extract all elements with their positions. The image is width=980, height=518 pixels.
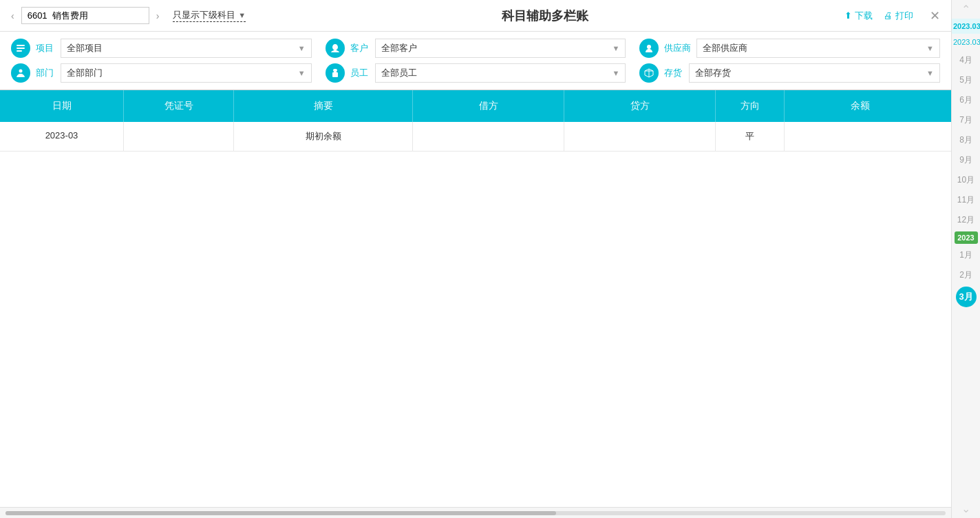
sidebar-month-2023-03-1[interactable]: 2023.03: [952, 19, 980, 34]
prev-arrow[interactable]: ‹: [11, 10, 14, 21]
sidebar-month-8[interactable]: 8月: [952, 130, 980, 150]
supplier-value: 全部供应商: [703, 42, 747, 54]
col-debit: 借方: [413, 90, 564, 122]
show-sub-toggle[interactable]: 只显示下级科目 ▼: [173, 9, 246, 22]
employee-select[interactable]: 全部员工 ▼: [375, 63, 626, 83]
department-select-arrow-icon: ▼: [298, 69, 306, 77]
ledger-table: 日期 凭证号 摘要 借方 贷方 方向 余额 2023-03 期初余额 平: [0, 90, 951, 152]
sidebar-month-12[interactable]: 12月: [952, 210, 980, 230]
sidebar-down-arrow[interactable]: ⌄: [959, 499, 973, 518]
employee-filter: 员工 全部员工 ▼: [326, 63, 626, 83]
sidebar-month-10[interactable]: 10月: [952, 170, 980, 190]
customer-filter: 客户 全部客户 ▼: [326, 39, 626, 58]
cell-direction: 平: [716, 122, 785, 151]
print-label: 打印: [895, 10, 913, 22]
sidebar-month-9[interactable]: 9月: [952, 150, 980, 170]
svg-rect-5: [333, 69, 337, 72]
supplier-label: 供应商: [664, 42, 691, 54]
cell-balance: [785, 122, 936, 151]
project-label: 项目: [36, 42, 55, 54]
inventory-value: 全部存货: [695, 67, 731, 79]
department-label: 部门: [36, 67, 55, 79]
inventory-icon: [639, 63, 659, 83]
scrollbar-thumb[interactable]: [6, 511, 556, 515]
employee-value: 全部员工: [381, 67, 417, 79]
print-icon: 🖨: [884, 10, 893, 21]
close-button[interactable]: ✕: [930, 8, 940, 23]
scrollbar-track: [6, 511, 946, 515]
cell-credit: [564, 122, 716, 151]
project-filter: 项目 全部项目 ▼: [11, 39, 312, 58]
download-label: 下载: [855, 10, 873, 22]
table-body: 2023-03 期初余额 平: [0, 122, 951, 152]
department-icon: [11, 63, 30, 83]
project-icon: [11, 39, 30, 58]
cell-debit: [413, 122, 564, 151]
supplier-select-arrow-icon: ▼: [926, 44, 934, 52]
download-button[interactable]: ⬆ 下载: [844, 10, 873, 22]
svg-rect-6: [332, 72, 338, 77]
col-date: 日期: [0, 90, 124, 122]
inventory-filter: 存货 全部存货 ▼: [639, 63, 940, 83]
sidebar-month-7[interactable]: 7月: [952, 110, 980, 130]
sidebar-month-4[interactable]: 4月: [952, 50, 980, 70]
col-summary: 摘要: [234, 90, 413, 122]
supplier-icon: [639, 39, 659, 58]
print-button[interactable]: 🖨 打印: [884, 10, 913, 22]
month-sidebar: ⌃ 2023.03 2023.03 4月 5月 6月 7月 8月 9月 10月 …: [951, 0, 980, 518]
show-sub-label: 只显示下级科目: [173, 9, 235, 21]
sidebar-month-6[interactable]: 6月: [952, 90, 980, 110]
download-icon: ⬆: [844, 10, 852, 21]
svg-point-3: [647, 45, 651, 49]
col-credit: 贷方: [564, 90, 716, 122]
project-select-arrow-icon: ▼: [298, 44, 306, 52]
col-balance: 余额: [785, 90, 936, 122]
customer-select-arrow-icon: ▼: [612, 44, 619, 52]
svg-point-4: [19, 70, 23, 73]
svg-rect-0: [17, 45, 25, 46]
col-voucher: 凭证号: [124, 90, 234, 122]
svg-rect-2: [17, 50, 22, 52]
inventory-select[interactable]: 全部存货 ▼: [689, 63, 940, 83]
department-select[interactable]: 全部部门 ▼: [61, 63, 312, 83]
page-title: 科目辅助多栏账: [253, 8, 838, 24]
employee-label: 员工: [350, 67, 370, 79]
horizontal-scrollbar[interactable]: [0, 507, 951, 518]
sidebar-year-2023-badge[interactable]: 2023: [955, 231, 978, 244]
cell-date: 2023-03: [0, 122, 124, 151]
next-arrow[interactable]: ›: [156, 10, 160, 21]
sidebar-up-arrow[interactable]: ⌃: [959, 0, 973, 19]
project-value: 全部项目: [67, 42, 103, 54]
customer-icon: [326, 39, 345, 58]
employee-icon: [326, 63, 345, 83]
supplier-select[interactable]: 全部供应商 ▼: [696, 39, 940, 58]
sidebar-month-5[interactable]: 5月: [952, 70, 980, 90]
table-header: 日期 凭证号 摘要 借方 贷方 方向 余额: [0, 90, 951, 122]
table-row: 2023-03 期初余额 平: [0, 122, 951, 152]
department-value: 全部部门: [67, 67, 103, 79]
customer-select[interactable]: 全部客户 ▼: [375, 39, 626, 58]
department-filter: 部门 全部部门 ▼: [11, 63, 312, 83]
svg-rect-1: [17, 48, 25, 49]
account-code-input[interactable]: [21, 7, 149, 24]
inventory-label: 存货: [664, 67, 683, 79]
sidebar-month-3-current[interactable]: 3月: [956, 287, 977, 307]
sidebar-month-2023-03-2[interactable]: 2023.03: [952, 34, 980, 50]
show-sub-arrow-icon: ▼: [238, 11, 246, 19]
project-select[interactable]: 全部项目 ▼: [61, 39, 312, 58]
employee-select-arrow-icon: ▼: [612, 69, 619, 77]
cell-summary: 期初余额: [234, 122, 413, 151]
inventory-select-arrow-icon: ▼: [926, 69, 934, 77]
sidebar-month-2[interactable]: 2月: [952, 265, 980, 285]
svg-rect-7: [334, 72, 337, 73]
sidebar-month-1[interactable]: 1月: [952, 245, 980, 265]
cell-voucher: [124, 122, 234, 151]
supplier-filter: 供应商 全部供应商 ▼: [639, 39, 940, 58]
customer-label: 客户: [350, 42, 370, 54]
col-direction: 方向: [716, 90, 785, 122]
sidebar-month-11[interactable]: 11月: [952, 190, 980, 210]
customer-value: 全部客户: [381, 42, 417, 54]
